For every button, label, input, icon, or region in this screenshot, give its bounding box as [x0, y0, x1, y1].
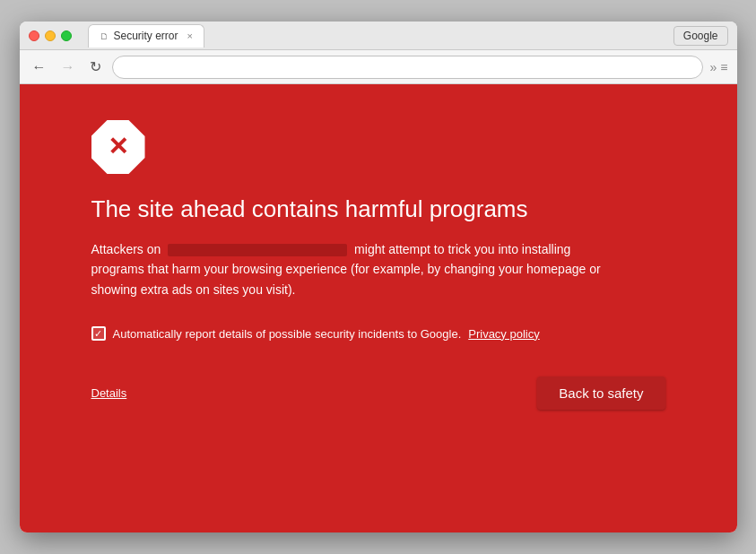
- description-pre: Attackers on: [91, 242, 161, 256]
- browser-window: 🗋 Security error × Google ← → ↻ » ≡ ✕ Th…: [20, 22, 737, 532]
- error-page: ✕ The site ahead contains harmful progra…: [20, 84, 737, 532]
- details-link[interactable]: Details: [91, 386, 127, 400]
- close-button[interactable]: [29, 30, 39, 41]
- google-button[interactable]: Google: [673, 26, 728, 46]
- redacted-url: [168, 244, 347, 256]
- minimize-button[interactable]: [45, 30, 56, 41]
- checkbox-label: Automatically report details of possible…: [113, 327, 462, 341]
- report-checkbox[interactable]: ✓: [91, 326, 106, 341]
- nav-extra-buttons: » ≡: [710, 60, 728, 74]
- back-nav-button[interactable]: ←: [29, 58, 50, 76]
- tab-title: Security error: [114, 30, 178, 42]
- tab-page-icon: 🗋: [100, 31, 109, 41]
- forward-nav-button[interactable]: →: [57, 58, 79, 76]
- checkmark-icon: ✓: [94, 329, 102, 339]
- error-x-mark: ✕: [108, 134, 128, 160]
- error-description: Attackers on might attempt to trick you …: [91, 239, 612, 299]
- back-to-safety-button[interactable]: Back to safety: [537, 377, 665, 410]
- bottom-actions: Details Back to safety: [91, 377, 665, 410]
- report-checkbox-row: ✓ Automatically report details of possib…: [91, 326, 665, 341]
- nav-bar: ← → ↻ » ≡: [20, 50, 737, 84]
- error-icon-container: ✕: [91, 120, 665, 174]
- error-title: The site ahead contains harmful programs: [91, 195, 665, 223]
- nav-menu-button[interactable]: ≡: [720, 60, 727, 74]
- active-tab[interactable]: 🗋 Security error ×: [88, 24, 204, 48]
- tab-close-button[interactable]: ×: [187, 30, 193, 41]
- maximize-button[interactable]: [61, 30, 72, 41]
- traffic-lights: [29, 30, 72, 41]
- reload-button[interactable]: ↻: [86, 58, 105, 76]
- nav-more-button[interactable]: »: [710, 60, 717, 74]
- title-bar: 🗋 Security error × Google: [20, 22, 737, 50]
- error-icon: ✕: [91, 120, 145, 174]
- privacy-policy-link[interactable]: Privacy policy: [468, 327, 539, 341]
- address-bar[interactable]: [112, 56, 703, 79]
- tab-bar: 🗋 Security error ×: [88, 24, 666, 48]
